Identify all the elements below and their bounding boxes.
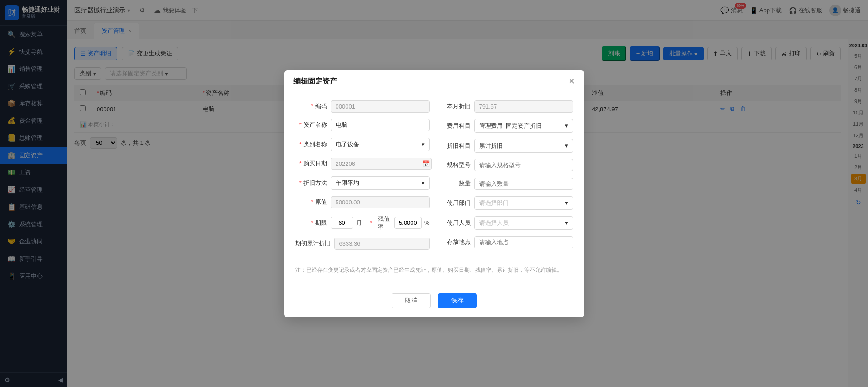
user-dropdown[interactable]: 请选择人员 ▾ [474, 216, 573, 230]
chevron-down-icon: ▾ [565, 142, 568, 149]
chevron-down-icon: ▾ [565, 199, 568, 206]
period-input[interactable] [331, 217, 353, 229]
save-button[interactable]: 保存 [438, 293, 477, 308]
form-row-period: * 期限 月 * 残值率 % [295, 215, 430, 231]
chevron-down-icon: ▾ [565, 219, 568, 226]
location-input[interactable] [474, 236, 573, 248]
edit-fixed-asset-modal: 编辑固定资产 ✕ * 编码 [284, 70, 584, 317]
initial-dep-input[interactable] [334, 238, 430, 250]
cancel-button[interactable]: 取消 [392, 293, 431, 308]
chevron-down-icon: ▾ [422, 179, 425, 186]
category-dropdown[interactable]: 电子设备 ▾ [331, 138, 430, 151]
modal-title: 编辑固定资产 [293, 77, 337, 86]
form-row-quantity: 数量 [439, 178, 573, 190]
modal-form: * 编码 * 资产名称 [295, 100, 573, 278]
chevron-down-icon: ▾ [565, 122, 568, 129]
expense-subject-dropdown[interactable]: 管理费用_固定资产折旧 ▾ [474, 119, 573, 133]
modal-body: * 编码 * 资产名称 [284, 91, 584, 287]
modal-footer: 取消 保存 [284, 287, 584, 317]
quantity-input[interactable] [474, 178, 573, 190]
form-note: 注：已经存在变更记录或者对应固定资产已经生成凭证，原值、购买日期、残值率、累计折… [295, 263, 573, 278]
chevron-down-icon: ▾ [422, 141, 425, 148]
form-left: * 编码 * 资产名称 [295, 100, 430, 256]
modal-close-btn[interactable]: ✕ [568, 77, 575, 85]
form-row-original-value: * 原值 [295, 196, 430, 208]
department-dropdown[interactable]: 请选择部门 ▾ [474, 196, 573, 210]
code-input[interactable] [331, 100, 430, 113]
calendar-icon[interactable]: 📅 [422, 160, 430, 167]
form-row-dep-subject: 折旧科目 累计折旧 ▾ [439, 139, 573, 153]
form-row-dep-method: * 折旧方法 年限平均 ▾ [295, 176, 430, 190]
form-row-monthly-dep: 本月折旧 [439, 100, 573, 113]
monthly-dep-input [474, 100, 573, 113]
form-row-purchase-date: * 购买日期 📅 [295, 158, 430, 170]
form-row-location: 存放地点 [439, 236, 573, 248]
form-row-spec: 规格型号 [439, 159, 573, 171]
name-input[interactable] [331, 119, 430, 131]
form-row-name: * 资产名称 [295, 119, 430, 131]
dep-subject-dropdown[interactable]: 累计折旧 ▾ [474, 139, 573, 153]
form-row-expense-subject: 费用科目 管理费用_固定资产折旧 ▾ [439, 119, 573, 133]
period-wrapper: 月 * 残值率 % [331, 215, 430, 231]
form-row-category: * 类别名称 电子设备 ▾ [295, 138, 430, 151]
spec-input[interactable] [474, 159, 573, 171]
modal-overlay: 编辑固定资产 ✕ * 编码 [0, 0, 868, 387]
form-right: 本月折旧 费用科目 管理费用_固定资产折旧 ▾ 折旧科目 [439, 100, 573, 256]
form-row-department: 使用部门 请选择部门 ▾ [439, 196, 573, 210]
purchase-date-input[interactable] [331, 158, 432, 170]
modal-header: 编辑固定资产 ✕ [284, 70, 584, 91]
form-row-code: * 编码 [295, 100, 430, 113]
dep-method-dropdown[interactable]: 年限平均 ▾ [331, 176, 430, 190]
form-row-initial-dep: 期初累计折旧 [295, 238, 430, 250]
original-value-input[interactable] [331, 196, 430, 208]
form-row-user: 使用人员 请选择人员 ▾ [439, 216, 573, 230]
residual-rate-input[interactable] [394, 217, 422, 229]
